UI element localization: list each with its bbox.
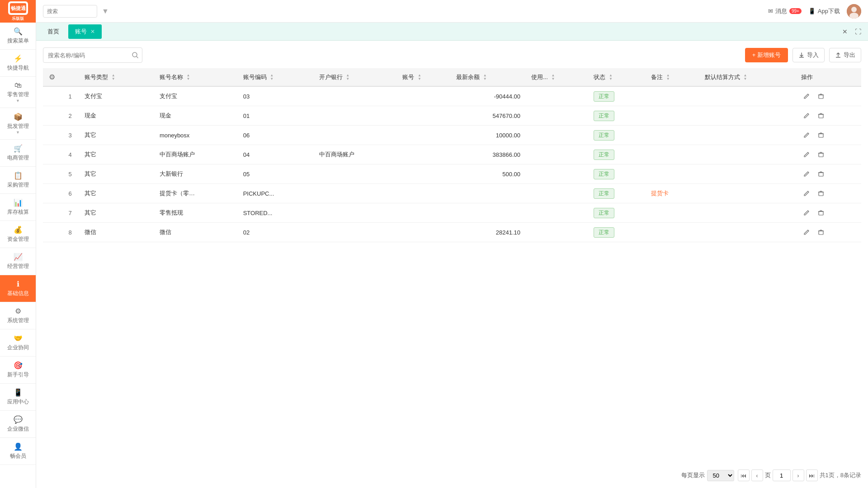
- toolbar: + 新增账号 导入 导出: [43, 47, 861, 63]
- sort-usage-icon[interactable]: ▲▼: [551, 74, 555, 81]
- app-download-btn[interactable]: 📱 App下载: [808, 7, 840, 15]
- pagination: 每页显示 50 100 200 ⏮ ‹ 页 › ⏭ 共1页，8条记录: [43, 464, 861, 481]
- import-label: 导入: [807, 51, 819, 59]
- sidebar-item-purchase-mgmt[interactable]: 📋 采购管理: [0, 167, 36, 194]
- col-notes[interactable]: 备注 ▲▼: [646, 68, 699, 86]
- edit-btn[interactable]: [801, 207, 812, 218]
- sidebar-item-new-guide[interactable]: 🎯 新手引导: [0, 357, 36, 384]
- col-usage[interactable]: 使用... ▲▼: [526, 68, 588, 86]
- edit-btn[interactable]: [801, 227, 812, 238]
- sidebar-item-app-center[interactable]: 📱 应用中心: [0, 384, 36, 411]
- tab-account[interactable]: 账号 ✕: [68, 24, 102, 39]
- next-page-btn[interactable]: ›: [793, 469, 804, 481]
- edit-btn[interactable]: [801, 110, 812, 121]
- main-area: ▼ ✉ 消息 99+ 📱 App下载 首页: [36, 0, 868, 488]
- sort-name-icon[interactable]: ▲▼: [187, 74, 190, 81]
- header-dropdown-icon[interactable]: ▼: [102, 7, 109, 15]
- sort-code-icon[interactable]: ▲▼: [270, 74, 274, 81]
- download-label: App下载: [818, 7, 840, 15]
- sort-type-icon[interactable]: ▲▼: [112, 74, 115, 81]
- add-account-button[interactable]: + 新增账号: [745, 48, 788, 62]
- sidebar-item-members[interactable]: 👤 畅会员: [0, 438, 36, 465]
- edit-btn[interactable]: [801, 149, 812, 160]
- app-logo: 畅捷通 乐版版: [0, 0, 36, 23]
- sort-balance-icon[interactable]: ▲▼: [483, 74, 487, 81]
- prev-page-btn[interactable]: ‹: [751, 469, 763, 481]
- per-page-label: 每页显示: [681, 471, 705, 479]
- first-page-btn[interactable]: ⏮: [738, 469, 750, 481]
- sidebar-item-basic-info[interactable]: ℹ 基础信息: [0, 275, 36, 302]
- sidebar-item-operation-mgmt[interactable]: 📈 经营管理: [0, 248, 36, 275]
- sort-account-icon[interactable]: ▲▼: [418, 74, 421, 81]
- message-btn[interactable]: ✉ 消息 99+: [768, 7, 802, 15]
- sidebar-item-quick-nav[interactable]: ⚡ 快捷导航: [0, 50, 36, 77]
- page-size-dropdown[interactable]: 50 100 200: [707, 470, 734, 481]
- row-code: 04: [238, 145, 314, 164]
- col-balance[interactable]: 最新余额 ▲▼: [451, 68, 526, 86]
- delete-btn[interactable]: [816, 188, 826, 199]
- row-type: 其它: [79, 145, 154, 164]
- sidebar-item-ecommerce-mgmt[interactable]: 🛒 电商管理: [0, 140, 36, 167]
- table-settings-icon[interactable]: ⚙: [49, 73, 55, 81]
- sidebar-item-enterprise-wechat[interactable]: 💬 企业微信: [0, 411, 36, 438]
- page-nav: ⏮ ‹ 页 › ⏭ 共1页，8条记录: [738, 469, 861, 481]
- import-icon: [798, 52, 805, 58]
- tab-close-all-btn[interactable]: ✕: [840, 26, 850, 37]
- sort-payment-icon[interactable]: ▲▼: [744, 74, 747, 81]
- status-badge: 正常: [594, 208, 614, 218]
- col-bank[interactable]: 开户银行 ▲▼: [314, 68, 397, 86]
- last-page-btn[interactable]: ⏭: [806, 469, 818, 481]
- edit-btn[interactable]: [801, 188, 812, 199]
- tab-home[interactable]: 首页: [41, 24, 66, 39]
- row-balance: -90444.00: [451, 86, 526, 106]
- row-actions: [796, 106, 861, 126]
- sort-notes-icon[interactable]: ▲▼: [666, 74, 670, 81]
- delete-btn[interactable]: [816, 227, 826, 238]
- sidebar-item-inventory[interactable]: 📊 库存核算: [0, 194, 36, 221]
- row-bank: [314, 223, 397, 242]
- delete-btn[interactable]: [816, 110, 826, 121]
- sidebar-item-finance-mgmt[interactable]: 💰 资金管理: [0, 221, 36, 248]
- tab-expand-btn[interactable]: ⛶: [853, 26, 863, 37]
- row-balance: [451, 203, 526, 223]
- page-label: 页: [765, 471, 771, 479]
- row-type: 现金: [79, 106, 154, 126]
- sidebar-item-system-mgmt[interactable]: ⚙ 系统管理: [0, 302, 36, 329]
- col-code[interactable]: 账号编码 ▲▼: [238, 68, 314, 86]
- delete-btn[interactable]: [816, 149, 826, 160]
- search-input[interactable]: [43, 49, 128, 61]
- row-type: 支付宝: [79, 86, 154, 106]
- edit-btn[interactable]: [801, 91, 812, 102]
- user-avatar[interactable]: [847, 4, 861, 19]
- col-status[interactable]: 状态 ▲▼: [588, 68, 646, 86]
- page-input[interactable]: [773, 469, 791, 481]
- col-account[interactable]: 账号 ▲▼: [397, 68, 451, 86]
- sidebar-item-enterprise-agreement[interactable]: 🤝 企业协同: [0, 329, 36, 357]
- row-actions: [796, 223, 861, 242]
- delete-btn[interactable]: [816, 207, 826, 218]
- row-notes: [646, 223, 699, 242]
- sort-status-icon[interactable]: ▲▼: [609, 74, 613, 81]
- tab-account-close[interactable]: ✕: [90, 28, 95, 35]
- delete-btn[interactable]: [816, 91, 826, 102]
- col-default-payment[interactable]: 默认结算方式 ▲▼: [699, 68, 796, 86]
- col-type[interactable]: 账号类型 ▲▼: [79, 68, 154, 86]
- row-usage: [526, 106, 588, 126]
- sidebar-item-search-menu[interactable]: 🔍 搜索菜单: [0, 23, 36, 50]
- top-search-input[interactable]: [43, 5, 97, 18]
- export-button[interactable]: 导出: [829, 48, 861, 62]
- import-button[interactable]: 导入: [793, 48, 825, 62]
- row-bank: [314, 86, 397, 106]
- delete-btn[interactable]: [816, 169, 826, 179]
- search-button[interactable]: [128, 48, 142, 62]
- sidebar-item-wholesale-mgmt[interactable]: 📦 批发管理 ▼: [0, 108, 36, 140]
- edit-btn[interactable]: [801, 169, 812, 179]
- col-name[interactable]: 账号名称 ▲▼: [154, 68, 238, 86]
- edit-btn[interactable]: [801, 130, 812, 141]
- sidebar-item-label: 批发管理: [7, 122, 29, 130]
- row-name: 中百商场账户: [154, 145, 238, 164]
- delete-btn[interactable]: [816, 130, 826, 141]
- sort-bank-icon[interactable]: ▲▼: [346, 74, 349, 81]
- table-row: 6 其它 提货卡（零… PICKUPC... 正常 提货卡: [43, 184, 861, 203]
- sidebar-item-retail-mgmt[interactable]: 🛍 零售管理 ▼: [0, 77, 36, 108]
